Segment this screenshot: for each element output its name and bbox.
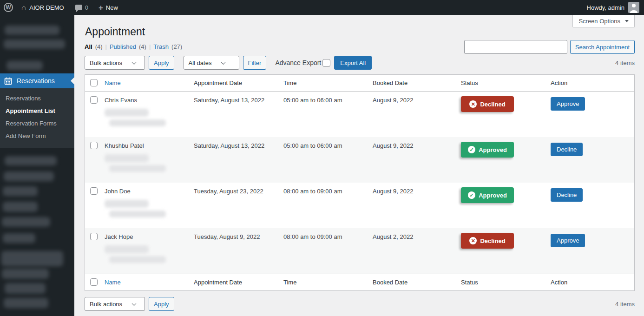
- sidebar-item-redacted[interactable]: [3, 233, 35, 243]
- column-header-time: Time: [279, 274, 368, 290]
- export-all-button[interactable]: Export All: [334, 56, 372, 70]
- sidebar-item-redacted[interactable]: [5, 26, 59, 35]
- filter-button[interactable]: Filter: [243, 56, 267, 70]
- status-label: Declined: [480, 237, 505, 244]
- table-row: Khushbu Patel Saturday, August 13, 2022 …: [85, 137, 634, 183]
- advance-export-checkbox[interactable]: [322, 59, 330, 67]
- user-avatar[interactable]: [628, 2, 639, 13]
- appointment-name: Khushbu Patel: [105, 142, 189, 149]
- sidebar-item-redacted[interactable]: [3, 202, 38, 212]
- booked-date: August 9, 2022: [368, 92, 456, 137]
- admin-sidebar: Reservations Reservations Appointment Li…: [0, 15, 74, 316]
- new-label: New: [106, 4, 118, 11]
- screen-options-button[interactable]: Screen Options: [572, 15, 635, 27]
- column-header-name[interactable]: Name: [105, 279, 121, 286]
- bulk-actions-select-bottom[interactable]: Bulk actions: [85, 297, 145, 311]
- booked-date: August 2, 2022: [368, 228, 456, 274]
- sidebar-item-redacted[interactable]: [3, 186, 38, 196]
- sidebar-item-redacted[interactable]: [2, 269, 49, 279]
- column-header-status: Status: [456, 75, 546, 91]
- items-count: 4 items: [615, 59, 635, 66]
- redacted-contact-line: [105, 200, 149, 208]
- sidebar-item-reservation-forms[interactable]: Reservation Forms: [0, 117, 74, 130]
- appointments-table: Name Appointment Date Time Booked Date S…: [85, 74, 635, 291]
- search-appointment-button[interactable]: Search Appointment: [570, 40, 635, 54]
- items-count: 4 items: [615, 301, 635, 308]
- x-circle-icon: ✕: [469, 100, 477, 108]
- sidebar-item-redacted[interactable]: [5, 283, 46, 294]
- sidebar-item-appointment-list[interactable]: Appointment List: [0, 105, 74, 117]
- search-input[interactable]: [464, 40, 567, 54]
- reservations-submenu: Reservations Appointment List Reservatio…: [0, 88, 74, 148]
- toolbar-bottom: Bulk actions Apply 4 items: [85, 297, 635, 311]
- bulk-actions-select[interactable]: Bulk actions: [85, 56, 145, 70]
- admin-bar: W ⌂ AIOR DEMO 0 + New Howdy, admin: [0, 0, 644, 15]
- row-checkbox[interactable]: [90, 142, 98, 149]
- column-header-action: Action: [546, 75, 634, 91]
- sidebar-item-redacted[interactable]: [1, 251, 63, 266]
- sidebar-item-redacted[interactable]: [4, 171, 54, 181]
- advance-export-label: Advance Export: [275, 59, 321, 66]
- check-circle-icon: ✓: [468, 191, 475, 199]
- chevron-down-icon: [132, 60, 137, 65]
- sidebar-item-redacted[interactable]: [5, 156, 57, 165]
- row-checkbox[interactable]: [90, 96, 98, 104]
- view-link-all[interactable]: All: [85, 43, 92, 50]
- screen-options-label: Screen Options: [578, 18, 620, 25]
- booked-date: August 9, 2022: [368, 137, 456, 183]
- main-content: Screen Options Appointment All (4) | Pub…: [74, 15, 644, 316]
- table-footer-row: Name Appointment Date Time Booked Date S…: [85, 274, 634, 290]
- wordpress-logo-icon[interactable]: W: [4, 3, 13, 12]
- dates-filter-value: All dates: [189, 59, 212, 66]
- chevron-down-icon: [221, 60, 226, 65]
- approve-button[interactable]: Approve: [551, 97, 585, 111]
- table-row: John Doe Tuesday, August 23, 2022 08:00 …: [85, 183, 634, 228]
- chevron-down-icon: [625, 20, 629, 22]
- table-header-row: Name Appointment Date Time Booked Date S…: [85, 75, 634, 92]
- status-badge: ✓ Approved: [461, 187, 514, 203]
- apply-button[interactable]: Apply: [149, 56, 174, 70]
- view-link-published[interactable]: Published: [110, 43, 136, 50]
- status-label: Approved: [479, 146, 507, 153]
- select-all-checkbox[interactable]: [90, 278, 98, 286]
- sidebar-item-redacted[interactable]: [2, 217, 50, 227]
- decline-button[interactable]: Decline: [551, 143, 583, 156]
- approve-button[interactable]: Approve: [551, 234, 585, 247]
- view-link-trash[interactable]: Trash: [153, 43, 169, 50]
- select-all-checkbox[interactable]: [90, 79, 98, 86]
- toolbar-top: Bulk actions Apply All dates Filter Adva…: [85, 56, 635, 70]
- row-checkbox[interactable]: [90, 187, 98, 195]
- appointment-time: 05:00 am to 06:00 am: [279, 92, 368, 137]
- dates-filter-select[interactable]: All dates: [184, 56, 239, 70]
- row-checkbox[interactable]: [90, 233, 98, 240]
- appointment-time: 08:00 am to 09:00 am: [279, 183, 368, 228]
- sidebar-item-redacted[interactable]: [7, 61, 43, 70]
- sidebar-item-add-new-form[interactable]: Add New Form: [0, 130, 74, 142]
- x-circle-icon: ✕: [469, 237, 477, 244]
- status-badge: ✕ Declined: [461, 96, 514, 112]
- view-count-published: (4): [139, 43, 146, 50]
- redacted-contact-line: [109, 211, 166, 217]
- sidebar-item-reservations[interactable]: Reservations: [0, 73, 74, 88]
- howdy-admin-link[interactable]: Howdy, admin: [587, 4, 624, 11]
- sidebar-item-redacted[interactable]: [4, 298, 48, 308]
- redacted-contact-line: [109, 165, 166, 172]
- appointment-date: Tuesday, August 23, 2022: [189, 183, 279, 228]
- home-icon: ⌂: [21, 4, 26, 12]
- appointment-time: 08:00 am to 09:00 am: [279, 228, 368, 274]
- sidebar-item-reservations-sub[interactable]: Reservations: [0, 92, 74, 105]
- bulk-actions-value: Bulk actions: [90, 301, 122, 308]
- site-home-link[interactable]: ⌂ AIOR DEMO: [21, 4, 64, 12]
- redacted-contact-line: [105, 109, 149, 117]
- apply-button-bottom[interactable]: Apply: [149, 297, 174, 311]
- comments-indicator[interactable]: 0: [75, 4, 88, 11]
- plus-icon: +: [99, 4, 103, 12]
- table-row: Chris Evans Saturday, August 13, 2022 05…: [85, 92, 634, 137]
- column-header-name[interactable]: Name: [105, 79, 121, 86]
- sidebar-item-redacted[interactable]: [4, 40, 65, 49]
- status-badge: ✓ Approved: [461, 142, 514, 158]
- decline-button[interactable]: Decline: [551, 188, 583, 202]
- appointment-date: Saturday, August 13, 2022: [189, 92, 279, 137]
- redacted-contact-line: [109, 256, 166, 263]
- new-content-button[interactable]: + New: [99, 4, 118, 12]
